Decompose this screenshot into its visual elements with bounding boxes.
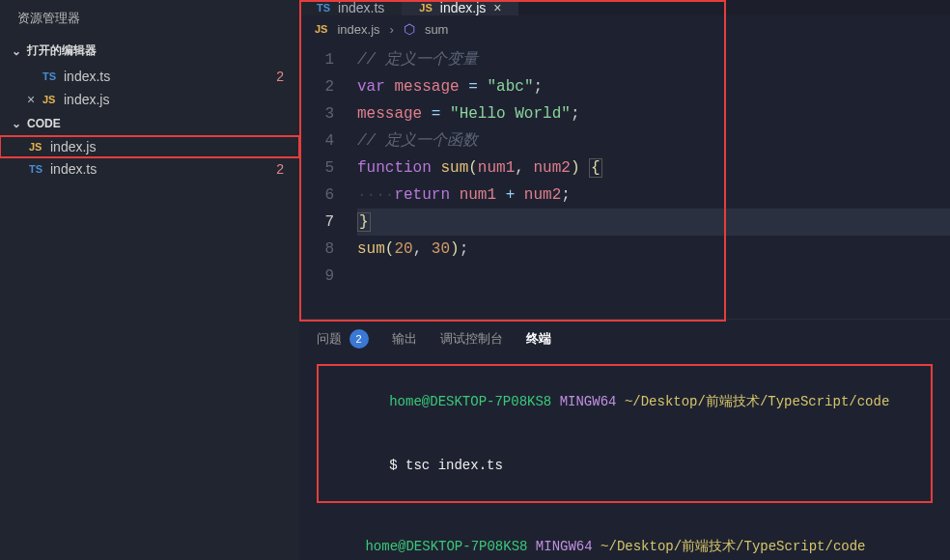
open-editors-list: TS index.ts 2 × JS index.js [0,65,299,111]
explorer-title: 资源管理器 [0,0,299,37]
editor[interactable]: 123456789 // 定义一个变量var message = "abc";m… [299,42,950,294]
panel-tab-problems[interactable]: 问题 2 [317,329,369,349]
main-area: TS index.ts JS index.js × JS index.js › … [299,0,950,560]
panel-tabbar: 问题 2 输出 调试控制台 终端 [299,319,950,358]
problem-count: 2 [276,161,284,177]
file-name: index.ts [50,161,276,177]
open-editor-item[interactable]: × JS index.js [0,88,299,111]
terminal-user: home@DESKTOP-7P08KS8 [389,394,551,409]
terminal-user: home@DESKTOP-7P08KS8 [365,539,527,554]
terminal-env: MINGW64 [560,394,617,409]
file-name: index.js [50,139,292,154]
panel-tab-terminal[interactable]: 终端 [526,330,551,348]
ts-icon: TS [29,163,50,175]
tab-label: index.ts [338,0,384,15]
panel-tab-output[interactable]: 输出 [392,330,417,348]
chevron-down-icon: ⌄ [12,44,21,58]
open-editors-label: 打开的编辑器 [27,42,97,59]
explorer-sidebar: 资源管理器 ⌄ 打开的编辑器 TS index.ts 2 × JS index.… [0,0,299,560]
close-icon[interactable]: × [493,0,501,15]
file-item-index-ts[interactable]: TS index.ts 2 [0,157,299,181]
breadcrumb-file: index.js [337,22,379,37]
js-icon: JS [42,94,64,105]
tab-index-js[interactable]: JS index.js × [402,0,518,15]
dirty-indicator [27,69,42,84]
panel-tab-debug-console[interactable]: 调试控制台 [440,330,503,348]
file-name: index.js [64,92,292,107]
symbol-method-icon: ⬡ [404,21,415,37]
editor-tabbar: TS index.ts JS index.js × [299,0,950,15]
terminal-env: MINGW64 [536,539,593,554]
chevron-down-icon: ⌄ [12,117,21,130]
ts-icon: TS [317,2,330,14]
problem-count: 2 [276,69,284,84]
tab-label: index.js [440,0,486,15]
file-name: index.ts [64,69,276,84]
js-icon: JS [29,141,50,153]
ts-icon: TS [42,70,64,82]
terminal-path: ~/Desktop/前端技术/TypeScript/code [601,539,865,554]
breadcrumb-symbol: sum [425,22,449,37]
code-body[interactable]: // 定义一个变量var message = "abc";message = "… [357,46,950,290]
line-number-gutter: 123456789 [299,46,357,290]
terminal-command: tsc index.ts [405,458,503,473]
terminal-path: ~/Desktop/前端技术/TypeScript/code [625,394,889,409]
tab-index-ts[interactable]: TS index.ts [299,0,402,15]
breadcrumb[interactable]: JS index.js › ⬡ sum [299,15,950,42]
open-editor-item[interactable]: TS index.ts 2 [0,65,299,88]
terminal[interactable]: home@DESKTOP-7P08KS8 MINGW64 ~/Desktop/前… [299,358,950,560]
open-editors-header[interactable]: ⌄ 打开的编辑器 [0,37,299,65]
annotation-box: home@DESKTOP-7P08KS8 MINGW64 ~/Desktop/前… [317,364,933,503]
close-icon[interactable]: × [27,92,42,107]
folder-list: JS index.js TS index.ts 2 [0,136,299,181]
prompt-symbol: $ [389,458,397,473]
js-icon: JS [315,23,327,35]
file-item-index-js[interactable]: JS index.js [0,136,299,157]
folder-label: CODE [27,117,61,130]
chevron-right-icon: › [390,22,394,37]
problems-badge: 2 [349,329,369,349]
folder-header[interactable]: ⌄ CODE [0,111,299,136]
js-icon: JS [419,2,432,14]
